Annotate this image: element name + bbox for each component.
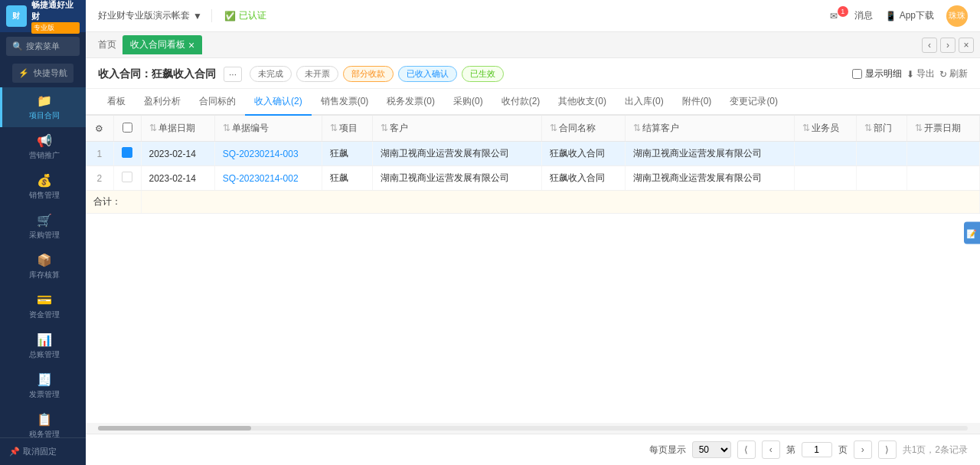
row-salesperson (794, 142, 856, 166)
nav-next-button[interactable]: › (940, 38, 956, 53)
content: 收入合同：狂飙收入合同 ··· 未完成未开票部分收款已收入确认已生效 显示明细 … (86, 58, 980, 465)
nav-prev-button[interactable]: ‹ (922, 38, 937, 53)
scroll-bar-area[interactable] (86, 423, 980, 434)
status-btn-未完成[interactable]: 未完成 (250, 66, 292, 82)
totals-label: 合计： (86, 191, 141, 214)
row-checkbox[interactable] (122, 172, 132, 182)
sort-icon: ⇅ (149, 123, 157, 133)
more-options-button[interactable]: ··· (224, 67, 242, 82)
sidebar-item-general[interactable]: 📊总账管理 (0, 326, 86, 366)
col-header-invoice_date[interactable]: ⇅开票日期 (907, 116, 980, 142)
sidebar-item-invoice[interactable]: 🧾发票管理 (0, 366, 86, 406)
sidebar-item-sales[interactable]: 💰销售管理 (0, 167, 86, 207)
col-header-project[interactable]: ⇅项目 (322, 116, 373, 142)
sidebar-icon-marketing: 📢 (37, 133, 52, 148)
row-number[interactable]: SQ-20230214-002 (214, 166, 322, 191)
message-button[interactable]: ✉ 1 消息 (830, 9, 873, 22)
export-button[interactable]: ⬇ 导出 (906, 67, 935, 80)
status-btn-已生效[interactable]: 已生效 (462, 66, 504, 82)
status-btn-已收入确认[interactable]: 已收入确认 (398, 66, 457, 82)
quick-nav-button[interactable]: ⚡ 快捷导航 (12, 64, 74, 83)
sidebar-icon-project: 📁 (37, 93, 52, 108)
app-download-button[interactable]: 📱 App下载 (885, 9, 934, 22)
sidebar-icon-purchase: 🛒 (37, 213, 52, 228)
sub-tab----0-[interactable]: 附件(0) (673, 89, 721, 116)
status-btn-部分收款[interactable]: 部分收款 (343, 66, 394, 82)
quick-nav-icon: ⚡ (18, 68, 29, 78)
scroll-track[interactable] (98, 426, 968, 431)
table-container[interactable]: ⚙⇅单据日期⇅单据编号⇅项目⇅客户⇅合同名称⇅结算客户⇅业务员⇅部门⇅开票日期 … (86, 116, 980, 423)
prev-page-button[interactable]: ‹ (762, 440, 780, 459)
sub-tab----0-[interactable]: 采购(0) (444, 89, 492, 116)
row-department (856, 142, 907, 166)
row-salesperson (794, 166, 856, 191)
sub-tab-----2-[interactable]: 收付款(2) (492, 89, 550, 116)
row-number[interactable]: SQ-20230214-003 (214, 142, 322, 166)
col-header-check[interactable] (113, 116, 141, 142)
company-selector[interactable]: 好业财专业版演示帐套 ▼ (98, 9, 212, 22)
row-check[interactable] (113, 142, 141, 166)
row-check[interactable] (113, 166, 141, 191)
per-page-select[interactable]: 50 100 200 (692, 441, 731, 458)
row-invoice-date (907, 142, 980, 166)
note-sidebar-button[interactable]: 📝 (964, 221, 980, 244)
content-header: 收入合同：狂飙收入合同 ··· 未完成未开票部分收款已收入确认已生效 显示明细 … (86, 58, 980, 89)
nav-close-button[interactable]: × (959, 38, 974, 53)
refresh-button[interactable]: ↻ 刷新 (939, 67, 968, 80)
sidebar-label-sales: 销售管理 (29, 190, 60, 201)
unpin-button[interactable]: 📌 取消固定 (6, 443, 80, 460)
sub-tab------0-[interactable]: 税务发票(0) (377, 89, 444, 116)
show-detail-input[interactable] (852, 69, 862, 79)
sidebar-icon-tax: 📋 (37, 412, 52, 427)
sidebar-icon-fund: 💳 (37, 293, 52, 307)
col-header-number[interactable]: ⇅单据编号 (214, 116, 322, 142)
col-header-salesperson[interactable]: ⇅业务员 (794, 116, 856, 142)
sub-tab------0-[interactable]: 销售发票(0) (312, 89, 378, 116)
sub-tab------2-[interactable]: 收入确认(2) (245, 89, 312, 116)
row-invoice-date (907, 166, 980, 191)
table-header-row: ⚙⇅单据日期⇅单据编号⇅项目⇅客户⇅合同名称⇅结算客户⇅业务员⇅部门⇅开票日期 (86, 116, 980, 142)
sidebar-nav: 📁项目合同📢营销推广💰销售管理🛒采购管理📦库存核算💳资金管理📊总账管理🧾发票管理… (0, 87, 86, 437)
scroll-thumb[interactable] (98, 426, 251, 431)
user-avatar[interactable]: 珠珠 (946, 5, 968, 27)
select-all-checkbox[interactable] (122, 123, 132, 133)
sub-tab-----0-[interactable]: 出入库(0) (616, 89, 673, 116)
last-page-button[interactable]: ⟩ (878, 440, 897, 459)
sub-tab---[interactable]: 看板 (98, 89, 135, 116)
sidebar-item-marketing[interactable]: 📢营销推广 (0, 127, 86, 167)
col-header-contract_name[interactable]: ⇅合同名称 (542, 116, 626, 142)
sub-tab------0-[interactable]: 其他收支(0) (549, 89, 616, 116)
col-header-settings[interactable]: ⚙ (86, 116, 113, 142)
sidebar-item-project[interactable]: 📁项目合同 (0, 87, 86, 127)
chevron-down-icon: ▼ (193, 11, 202, 21)
next-page-button[interactable]: › (854, 440, 872, 459)
sub-tab-----[interactable]: 盈利分析 (135, 89, 190, 116)
row-number-link[interactable]: SQ-20230214-003 (223, 149, 299, 159)
sub-tab------0-[interactable]: 变更记录(0) (720, 89, 787, 116)
logo-icon: 财 (6, 5, 27, 27)
status-btn-未开票[interactable]: 未开票 (296, 66, 338, 82)
show-detail-checkbox[interactable]: 显示明细 (852, 67, 902, 80)
search-menu-button[interactable]: 🔍 搜索菜单 (6, 37, 80, 56)
table-row[interactable]: 22023-02-14SQ-20230214-002狂飙湖南卫视商业运营发展有限… (86, 166, 980, 191)
sub-tab-----[interactable]: 合同标的 (190, 89, 245, 116)
sidebar-item-fund[interactable]: 💳资金管理 (0, 287, 86, 326)
sidebar-logo: 财 畅捷通好业财 专业版 (0, 0, 86, 32)
col-header-customer[interactable]: ⇅客户 (373, 116, 542, 142)
first-page-button[interactable]: ⟨ (737, 440, 756, 459)
page-number-input[interactable]: 1 (802, 442, 832, 457)
sidebar-item-inventory[interactable]: 📦库存核算 (0, 247, 86, 287)
col-header-department[interactable]: ⇅部门 (856, 116, 907, 142)
row-checkbox[interactable] (122, 147, 132, 158)
col-header-date[interactable]: ⇅单据日期 (141, 116, 214, 142)
sidebar-item-purchase[interactable]: 🛒采购管理 (0, 207, 86, 247)
topbar-right: ✉ 1 消息 📱 App下载 珠珠 (830, 5, 968, 27)
row-number-link[interactable]: SQ-20230214-002 (223, 173, 299, 184)
sidebar-item-tax[interactable]: 📋税务管理 (0, 406, 86, 437)
row-customer: 湖南卫视商业运营发展有限公司 (373, 142, 542, 166)
tab-close-button[interactable]: × (188, 40, 194, 51)
col-header-settle_customer[interactable]: ⇅结算客户 (626, 116, 795, 142)
home-tab[interactable]: 首页 (92, 38, 122, 51)
table-row[interactable]: 12023-02-14SQ-20230214-003狂飙湖南卫视商业运营发展有限… (86, 142, 980, 166)
active-tab[interactable]: 收入合同看板 × (122, 35, 202, 54)
